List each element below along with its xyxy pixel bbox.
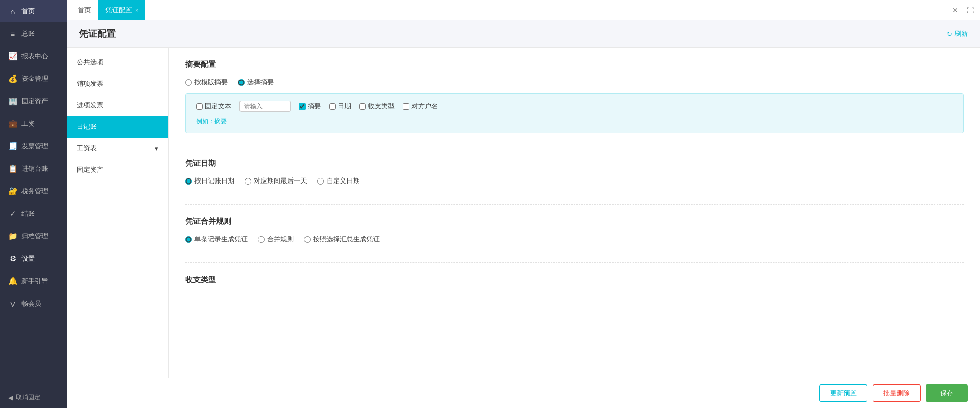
- tab-close-icon[interactable]: ×: [135, 7, 138, 13]
- summary-checkbox-label: 摘要: [308, 102, 321, 111]
- date-checkbox-label: 日期: [338, 102, 351, 111]
- nav-label: 固定资产: [77, 165, 103, 174]
- fixed-text-option[interactable]: 固定文本: [196, 102, 231, 111]
- voucher-date-row: 按日记账日期 对应期间最后一天 自定义日期: [185, 176, 964, 186]
- summary-template-option[interactable]: 按模版摘要: [185, 78, 228, 87]
- nav-item-purchase-invoice[interactable]: 进项发票: [67, 95, 168, 116]
- assets-icon: 🏢: [8, 97, 17, 106]
- settlement-icon: ✓: [8, 209, 17, 218]
- date-journal-radio[interactable]: [185, 178, 192, 185]
- right-panel: 摘要配置 按模版摘要 选择摘要 固定文本: [169, 48, 980, 378]
- summary-select-radio[interactable]: [238, 79, 245, 86]
- summary-select-label: 选择摘要: [247, 78, 274, 87]
- left-nav: 公共选项 销项发票 进项发票 日记账 工资表 ▾ 固定资产: [67, 48, 169, 378]
- tab-home-label: 首页: [78, 6, 91, 15]
- merge-rule-radio[interactable]: [258, 236, 265, 243]
- income-expense-checkbox[interactable]: [359, 103, 366, 110]
- single-record-radio[interactable]: [185, 236, 192, 243]
- sidebar-item-label: 报表中心: [21, 52, 48, 61]
- tab-voucher-config[interactable]: 凭证配置 ×: [98, 0, 145, 20]
- nav-item-journal[interactable]: 日记账: [67, 116, 168, 138]
- sidebar-item-fund-management[interactable]: 💰 资金管理: [0, 67, 67, 90]
- summary-select-option[interactable]: 选择摘要: [238, 78, 274, 87]
- nav-label: 销项发票: [77, 79, 103, 88]
- tab-voucher-label: 凭证配置: [105, 6, 132, 15]
- sidebar-item-newcomer-guide[interactable]: 🔔 新手引导: [0, 270, 67, 292]
- sidebar-item-label: 进销台账: [21, 164, 48, 173]
- summary-config-title: 摘要配置: [185, 60, 964, 70]
- save-button[interactable]: 保存: [926, 384, 968, 402]
- nav-item-sales-invoice[interactable]: 销项发票: [67, 73, 168, 95]
- date-checkbox[interactable]: [329, 103, 336, 110]
- tax-icon: 🔐: [8, 187, 17, 196]
- nav-item-fixed-assets[interactable]: 固定资产: [67, 159, 168, 180]
- sidebar-item-report-center[interactable]: 📈 报表中心: [0, 45, 67, 67]
- sidebar-item-invoice-management[interactable]: 🧾 发票管理: [0, 135, 67, 157]
- sidebar-item-purchase-sales[interactable]: 📋 进销台账: [0, 157, 67, 180]
- sidebar-item-label: 发票管理: [21, 142, 48, 151]
- date-last-day-label: 对应期间最后一天: [254, 176, 307, 186]
- summary-config-box: 固定文本 摘要 日期 收支类型: [185, 93, 964, 133]
- merge-rules-section: 凭证合并规则 单条记录生成凭证 合并规则 按照选择汇总生成凭证: [185, 217, 964, 263]
- sidebar-item-label: 结账: [21, 209, 35, 218]
- window-controls: ✕ ⛶: [950, 4, 976, 16]
- income-expense-label: 收支类型: [368, 102, 395, 111]
- counterpart-option[interactable]: 对方户名: [403, 102, 438, 111]
- nav-item-payroll-table[interactable]: 工资表 ▾: [67, 138, 168, 159]
- date-journal-option[interactable]: 按日记账日期: [185, 176, 234, 186]
- sidebar-item-home[interactable]: ⌂ 首页: [0, 0, 67, 22]
- payroll-icon: 💼: [8, 119, 17, 128]
- date-custom-label: 自定义日期: [326, 176, 360, 186]
- batch-delete-button[interactable]: 批量删除: [873, 384, 921, 402]
- fixed-text-input[interactable]: [239, 101, 291, 112]
- ledger-icon: ≡: [8, 30, 17, 38]
- sidebar-item-vip[interactable]: V 畅会员: [0, 292, 67, 315]
- bottom-bar: 更新预置 批量删除 保存: [67, 378, 980, 408]
- close-window-button[interactable]: ✕: [950, 4, 961, 16]
- refresh-label: 刷新: [954, 29, 968, 38]
- home-icon: ⌂: [8, 7, 17, 16]
- date-last-day-radio[interactable]: [245, 178, 251, 185]
- counterpart-label: 对方户名: [411, 102, 438, 111]
- date-custom-radio[interactable]: [317, 178, 324, 185]
- main-area: 首页 凭证配置 × ✕ ⛶ 凭证配置 ↻ 刷新 公共选项 销项发票 进项: [67, 0, 980, 408]
- merge-rules-title: 凭证合并规则: [185, 217, 964, 226]
- date-custom-option[interactable]: 自定义日期: [317, 176, 360, 186]
- summary-generate-radio[interactable]: [304, 236, 311, 243]
- sidebar-item-label: 资金管理: [21, 74, 48, 83]
- nav-label: 日记账: [77, 122, 97, 131]
- summary-generate-option[interactable]: 按照选择汇总生成凭证: [304, 235, 380, 244]
- sidebar-item-fixed-assets[interactable]: 🏢 固定资产: [0, 90, 67, 112]
- income-expense-option[interactable]: 收支类型: [359, 102, 395, 111]
- sidebar-item-payroll[interactable]: 💼 工资: [0, 112, 67, 135]
- date-last-day-option[interactable]: 对应期间最后一天: [245, 176, 307, 186]
- date-checkbox-option[interactable]: 日期: [329, 102, 351, 111]
- sidebar-item-general-ledger[interactable]: ≡ 总账: [0, 22, 67, 45]
- sidebar-item-label: 设置: [21, 254, 35, 263]
- pin-icon: ◀: [8, 394, 13, 401]
- nav-item-public-options[interactable]: 公共选项: [67, 52, 168, 73]
- sidebar-item-settings[interactable]: ⚙ 设置: [0, 247, 67, 270]
- tab-home[interactable]: 首页: [71, 0, 98, 20]
- update-preview-button[interactable]: 更新预置: [819, 384, 867, 402]
- maximize-window-button[interactable]: ⛶: [965, 4, 976, 16]
- content-header: 凭证配置 ↻ 刷新: [67, 20, 980, 48]
- sidebar-item-label: 工资: [21, 119, 35, 128]
- summary-template-radio[interactable]: [185, 79, 192, 86]
- merge-rule-option[interactable]: 合并规则: [258, 235, 294, 244]
- single-record-option[interactable]: 单条记录生成凭证: [185, 235, 248, 244]
- sidebar-item-tax-management[interactable]: 🔐 税务管理: [0, 180, 67, 202]
- invoice-icon: 🧾: [8, 142, 17, 151]
- settings-icon: ⚙: [8, 254, 17, 263]
- summary-checkbox[interactable]: [299, 103, 306, 110]
- sidebar-item-settlement[interactable]: ✓ 结账: [0, 202, 67, 225]
- fixed-text-checkbox[interactable]: [196, 103, 203, 110]
- page-title: 凭证配置: [79, 28, 116, 40]
- sidebar-item-archive-management[interactable]: 📁 归档管理: [0, 225, 67, 247]
- summary-checkbox-option[interactable]: 摘要: [299, 102, 321, 111]
- counterpart-checkbox[interactable]: [403, 103, 409, 110]
- refresh-button[interactable]: ↻ 刷新: [947, 29, 968, 38]
- cancel-pin[interactable]: ◀ 取消固定: [0, 387, 67, 408]
- income-expense-section: 收支类型: [185, 275, 964, 305]
- fixed-text-label: 固定文本: [205, 102, 231, 111]
